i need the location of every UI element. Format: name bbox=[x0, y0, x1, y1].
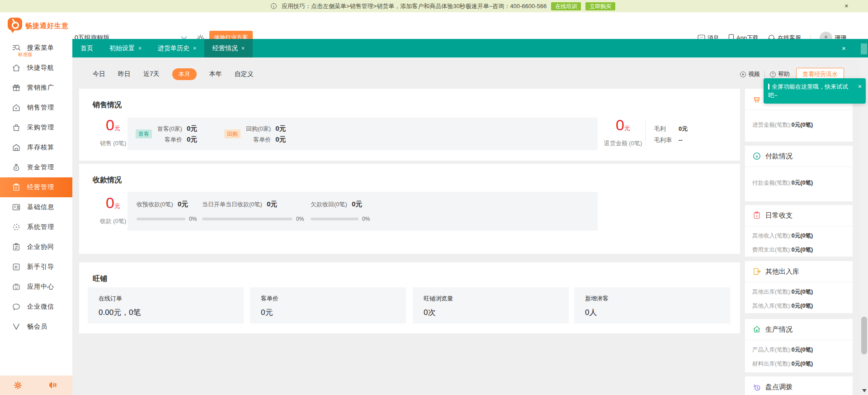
section-title: 收款情况 bbox=[93, 176, 122, 185]
repurchase-label: 回购(0家) bbox=[246, 125, 271, 133]
filter-yesterday[interactable]: 昨日 bbox=[118, 70, 131, 78]
sales-detail-box: 首客 首客(0家) 0元 客单价 0元 回购 回购(0家) 0元 客单价 0元 bbox=[127, 118, 598, 150]
tab-bar: 首页 初始设置× 进货单历史× 经营情况× × bbox=[72, 39, 868, 57]
video-link[interactable]: 视频 bbox=[740, 70, 760, 78]
sidebar-item-search-menu[interactable]: 搜索菜单 bbox=[0, 38, 72, 58]
repurchase-badge: 回购 bbox=[224, 129, 241, 138]
first-customer-label: 首客(0家) bbox=[157, 125, 182, 133]
close-icon[interactable]: × bbox=[844, 0, 849, 12]
speaker-mute-icon[interactable] bbox=[47, 381, 57, 389]
scrollbar-down-arrow[interactable] bbox=[862, 389, 867, 392]
stat-label: 进货金额(笔数): bbox=[752, 122, 792, 128]
shop-stat-new-leads: 新增潜客 0人 bbox=[574, 287, 730, 324]
progress-bar bbox=[202, 218, 292, 220]
sales-house-icon: ¥ bbox=[12, 103, 21, 112]
collection-metric: 当日开单当日收款(0笔)0元 0% bbox=[202, 200, 304, 222]
sidebar-item-purchase-management[interactable]: 采购管理 bbox=[0, 118, 72, 138]
stat-label: 其他出库(笔数): bbox=[752, 289, 792, 295]
tab-home[interactable]: 首页 bbox=[72, 39, 101, 57]
close-icon[interactable]: × bbox=[858, 82, 862, 91]
stat-label: 费用支出(笔数): bbox=[752, 247, 792, 253]
tab-initial-setup[interactable]: 初始设置× bbox=[101, 39, 150, 57]
shopping-bag-icon bbox=[12, 123, 21, 132]
avg-order-value: 0元 bbox=[275, 135, 286, 144]
close-icon[interactable]: × bbox=[138, 45, 142, 52]
divider bbox=[645, 120, 646, 146]
panel-stat: 材料出库(笔数):0元(0笔) bbox=[752, 357, 845, 371]
metric-value: 0元 bbox=[267, 200, 277, 209]
sidebar-item-wechat-work[interactable]: 企业微信 bbox=[0, 297, 72, 317]
panel-title: 盘点调拨 bbox=[765, 383, 793, 391]
panel-stat: 其他入库(笔数):0元(0笔) bbox=[752, 299, 845, 313]
help-link[interactable]: 帮助 bbox=[769, 70, 790, 78]
sidebar-item-member[interactable]: 畅会员 bbox=[0, 317, 72, 337]
svg-text:¥: ¥ bbox=[15, 167, 18, 170]
new-badge-icon: 新 bbox=[12, 262, 21, 271]
metric-value: 0元 bbox=[178, 200, 188, 209]
sidebar-item-basic-info[interactable]: 基础信息 bbox=[0, 197, 72, 217]
refund-unit: 元 bbox=[624, 125, 630, 132]
sidebar-item-marketing[interactable]: 营销推广 bbox=[0, 78, 72, 98]
yuan-coin-icon: ¥ bbox=[752, 152, 761, 161]
metric-value: 0元 bbox=[352, 200, 362, 209]
metric-label: 欠款收回(0笔) bbox=[311, 200, 347, 209]
filter-last7days[interactable]: 近7天 bbox=[143, 70, 160, 78]
close-icon[interactable]: × bbox=[193, 45, 196, 52]
settings-gear-icon[interactable] bbox=[14, 381, 22, 390]
svg-text:新: 新 bbox=[14, 265, 18, 269]
sidebar-item-inventory-accounting[interactable]: 库存核算 bbox=[0, 138, 72, 157]
panel-title: 生产情况 bbox=[765, 325, 793, 334]
avg-order-label: 客单价 bbox=[157, 136, 182, 144]
filter-custom[interactable]: 自定义 bbox=[235, 70, 254, 78]
header: 畅捷通好生意 标准版 0五组旗舰版 体验行业方案 消息 App下载 在线客服 bbox=[0, 12, 868, 39]
gift-icon bbox=[12, 83, 21, 92]
online-training-button[interactable]: 在线培训 bbox=[551, 2, 581, 10]
member-v-icon bbox=[12, 322, 21, 331]
close-icon[interactable]: × bbox=[241, 45, 245, 52]
buy-now-button[interactable]: 立即购买 bbox=[585, 2, 615, 10]
sidebar-item-quick-nav[interactable]: 快捷导航 bbox=[0, 58, 72, 78]
collection-metric: 欠款收回(0笔)0元 0% bbox=[311, 200, 370, 222]
scrollbar-top-segment bbox=[861, 43, 867, 54]
stat-value: 0元(0笔) bbox=[792, 233, 813, 239]
edition-label: 标准版 bbox=[18, 52, 33, 58]
play-circle-icon bbox=[740, 71, 746, 78]
system-icon bbox=[12, 223, 21, 232]
close-icon[interactable]: × bbox=[842, 39, 846, 57]
panel-title: 付款情况 bbox=[765, 152, 793, 161]
first-customer-value: 0元 bbox=[187, 124, 197, 133]
stat-label: 其他入库(笔数): bbox=[752, 303, 792, 309]
sidebar-item-enterprise-collab[interactable]: 企业协同 bbox=[0, 237, 72, 257]
sidebar-item-label: 企业微信 bbox=[27, 303, 54, 311]
filter-this-year[interactable]: 本年 bbox=[209, 70, 222, 78]
tab-label: 初始设置 bbox=[109, 44, 135, 52]
panel-stat: 其他出库(笔数):0元(0笔) bbox=[752, 285, 845, 299]
collections-section: 收款情况 0元 收款 (0笔) 收预收款(0笔)0元 0% 当日开单当日收款(0… bbox=[79, 164, 740, 254]
sidebar-item-funds-management[interactable]: ¥ 资金管理 bbox=[0, 157, 72, 177]
sidebar-item-business-management[interactable]: 经营管理 bbox=[0, 177, 72, 197]
doc-arrow-icon bbox=[752, 267, 761, 276]
filter-today[interactable]: 今日 bbox=[93, 70, 105, 78]
profit-block: 毛利0元 毛利率-- bbox=[654, 123, 688, 146]
sidebar-item-newbie-guide[interactable]: 新 新手引导 bbox=[0, 257, 72, 277]
app-window: 应用技巧：点击左侧菜单>销售管理>销货单，添加客户和商品体验30秒极速开单~咨询… bbox=[0, 0, 868, 395]
filter-this-month[interactable]: 本月 bbox=[172, 68, 197, 80]
sidebar-item-label: 采购管理 bbox=[27, 124, 54, 132]
svg-text:¥: ¥ bbox=[755, 154, 758, 159]
brand-logo-icon bbox=[6, 16, 24, 33]
scrollbar-thumb[interactable] bbox=[861, 317, 867, 354]
sidebar-item-app-center[interactable]: 应用中心 bbox=[0, 277, 72, 297]
sidebar-item-sales-management[interactable]: ¥ 销售管理 bbox=[0, 98, 72, 118]
sidebar-item-label: 系统管理 bbox=[27, 223, 54, 231]
stat-value: 0元(0笔) bbox=[792, 180, 813, 186]
svg-text:¥: ¥ bbox=[756, 214, 758, 218]
sidebar-item-system-management[interactable]: 系统管理 bbox=[0, 217, 72, 237]
collab-clipboard-icon bbox=[12, 243, 21, 252]
shop-stat-online-orders: 在线订单 0.00元，0笔 bbox=[88, 287, 244, 324]
cart-icon bbox=[752, 95, 761, 104]
tab-purchase-history[interactable]: 进货单历史× bbox=[150, 39, 204, 57]
tab-business-overview[interactable]: 经营情况× bbox=[204, 39, 253, 57]
sidebar-item-label: 资金管理 bbox=[27, 163, 54, 171]
panel-title: 日常收支 bbox=[765, 211, 793, 220]
panel-title: 其他出入库 bbox=[765, 267, 799, 276]
